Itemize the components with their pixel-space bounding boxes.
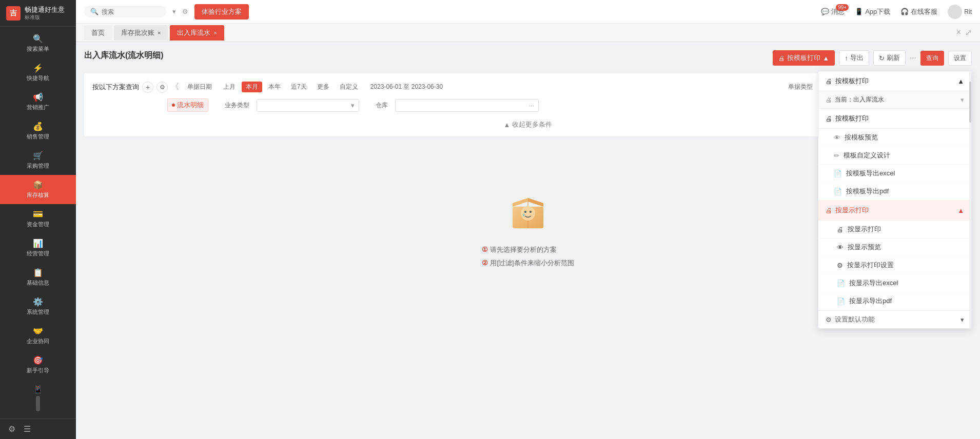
header-settings-icon[interactable]: ⚙ xyxy=(182,8,188,15)
date-tab-last7days[interactable]: 近7天 xyxy=(287,82,311,92)
dropdown-display-settings[interactable]: ⚙ 按显示打印设置 xyxy=(818,256,971,274)
sidebar-nav: 🔍 搜索菜单 ⚡ 快捷导航 📢 营销推广 💰 销售管理 🛒 采购管理 📦 库存核… xyxy=(0,27,76,396)
warehouse-select[interactable]: ··· xyxy=(395,99,539,112)
date-tab-more[interactable]: 更多 xyxy=(313,82,334,92)
tab-batch-close[interactable]: × xyxy=(158,30,161,36)
operation-icon: 📊 xyxy=(33,238,43,248)
settings-btn[interactable]: 设置 xyxy=(948,51,972,66)
business-type-select[interactable]: ▾ xyxy=(257,99,359,112)
date-filter: 单据日期 上月 本月 本年 近7天 更多 自定义 2023-06-01 至 20… xyxy=(187,82,780,92)
tab-flow-close[interactable]: × xyxy=(213,30,217,36)
dropdown-template-excel[interactable]: 📄 按模板导出excel xyxy=(818,165,971,183)
dropdown-display-preview[interactable]: 👁 按显示预览 xyxy=(818,238,971,256)
display-print-section-chevron-up: ▲ xyxy=(957,207,964,214)
dropdown-template-pdf[interactable]: 📄 按模板导出pdf xyxy=(818,183,971,201)
sidebar-item-sales[interactable]: 💰 销售管理 xyxy=(0,116,76,146)
sidebar-item-marketing[interactable]: 📢 营销推广 xyxy=(0,87,76,116)
refresh-icon: ↻ xyxy=(879,54,885,62)
sidebar-settings-icon[interactable]: ⚙ xyxy=(8,424,15,434)
online-service-btn[interactable]: 🎧 在线客服 xyxy=(900,7,937,16)
app-download-btn[interactable]: 📱 App下载 xyxy=(855,7,890,16)
main-area: 🔍 ▾ ⚙ 体验行业方案 💬 消息 99+ 📱 App下载 🎧 在线客服 Rit xyxy=(76,0,980,439)
dropdown-panel-header[interactable]: 🖨 按模板打印 ▲ xyxy=(818,71,971,91)
warehouse-more-icon: ··· xyxy=(528,102,534,109)
trial-btn[interactable]: 体验行业方案 xyxy=(194,4,249,19)
dropdown-display-print-header[interactable]: 🖨 按显示打印 ▲ xyxy=(818,201,971,221)
dropdown-template-preview[interactable]: 👁 按模板预览 xyxy=(818,129,971,147)
sidebar-item-search[interactable]: 🔍 搜索菜单 xyxy=(0,29,76,58)
print-template-btn[interactable]: 🖨 按模板打印 ▲ xyxy=(773,50,835,66)
display-print-icon: 🖨 xyxy=(837,226,844,233)
dropdown-display-pdf[interactable]: 📄 按显示导出pdf xyxy=(818,292,971,310)
refresh-btn[interactable]: ↻ 刷新 xyxy=(873,50,906,66)
dropdown-chevron-up-icon: ▲ xyxy=(957,77,964,85)
dropdown-template-custom[interactable]: ✏ 模板自定义设计 xyxy=(818,147,971,165)
dropdown-scroll-thumb xyxy=(969,82,971,123)
sidebar-item-purchase[interactable]: 🛒 采购管理 xyxy=(0,146,76,175)
sidebar-logo: 吉 畅捷通好生意 标准版 xyxy=(0,0,76,27)
date-tab-custom[interactable]: 自定义 xyxy=(336,82,362,92)
date-tabs: 上月 本月 本年 近7天 更多 自定义 xyxy=(219,82,362,92)
filter-add-btn[interactable]: + xyxy=(142,82,153,93)
logo-icon: 吉 xyxy=(6,6,21,21)
export-btn[interactable]: ↑ 导出 xyxy=(839,50,869,66)
chevron-up-icon: ▲ xyxy=(822,54,829,62)
header-search-box[interactable]: 🔍 xyxy=(84,6,166,17)
top-header: 🔍 ▾ ⚙ 体验行业方案 💬 消息 99+ 📱 App下载 🎧 在线客服 Rit xyxy=(76,0,980,24)
sidebar-item-guide[interactable]: 🎯 新手引导 xyxy=(0,350,76,380)
filter-title-label: 按以下方案查询 xyxy=(92,83,139,92)
sidebar-item-operation[interactable]: 📊 经营管理 xyxy=(0,233,76,263)
tab-bar-close-all[interactable]: × xyxy=(956,28,961,37)
date-tab-current-month[interactable]: 本月 xyxy=(242,82,262,92)
template-pdf-icon: 📄 xyxy=(834,188,842,195)
filter-collapse-btn[interactable]: 《 xyxy=(171,82,179,92)
headphone-icon: 🎧 xyxy=(900,8,909,15)
chevron-up-filter-icon: ▲ xyxy=(504,121,511,129)
sidebar-item-finance[interactable]: 💳 资金管理 xyxy=(0,204,76,233)
search-nav-icon: 🔍 xyxy=(33,34,43,44)
sidebar-menu-icon[interactable]: ☰ xyxy=(24,424,31,434)
guide-icon: 🎯 xyxy=(33,355,43,365)
dropdown-display-excel[interactable]: 📄 按显示导出excel xyxy=(818,274,971,292)
sidebar-item-shortcut[interactable]: ⚡ 快捷导航 xyxy=(0,58,76,87)
app-download-icon: 📱 xyxy=(855,8,863,15)
user-avatar-area[interactable]: Rit xyxy=(948,5,972,19)
search-input[interactable] xyxy=(102,8,153,15)
svg-point-5 xyxy=(524,211,526,213)
date-tab-current-year[interactable]: 本年 xyxy=(264,82,285,92)
messages-icon: 💬 xyxy=(821,8,829,15)
finance-icon: 💳 xyxy=(33,209,43,219)
dropdown-footer-chevron: ▾ xyxy=(961,316,964,324)
tab-home[interactable]: 首页 xyxy=(84,25,112,41)
empty-tips: ①请先选择要分析的方案 ②用[过滤]条件来缩小分析范围 xyxy=(482,243,574,270)
sidebar-bottom: ⚙ ☰ xyxy=(0,418,76,439)
dropdown-current-chevron: ▾ xyxy=(961,96,964,104)
sidebar: 吉 畅捷通好生意 标准版 🔍 搜索菜单 ⚡ 快捷导航 📢 营销推广 💰 销售管理… xyxy=(0,0,76,439)
tab-bar-expand[interactable]: ⤢ xyxy=(965,28,972,37)
more-toolbar-icon[interactable]: ··· xyxy=(910,53,916,63)
sales-icon: 💰 xyxy=(33,122,43,131)
template-print-section-icon: 🖨 xyxy=(826,115,832,123)
sidebar-item-appstore[interactable]: 📱 应用中心 xyxy=(0,380,76,396)
dropdown-scrollbar[interactable] xyxy=(969,71,971,328)
display-excel-icon: 📄 xyxy=(837,280,845,287)
marketing-icon: 📢 xyxy=(33,92,43,102)
tab-flow[interactable]: 出入库流水 × xyxy=(170,25,224,41)
empty-illustration xyxy=(502,184,554,235)
query-btn[interactable]: 查询 xyxy=(920,51,944,66)
sidebar-item-collab[interactable]: 🤝 企业协同 xyxy=(0,321,76,350)
sidebar-item-system[interactable]: ⚙️ 系统管理 xyxy=(0,292,76,321)
sidebar-item-base[interactable]: 📋 基础信息 xyxy=(0,263,76,292)
flow-detail-tag: 流水明细 xyxy=(167,98,208,112)
sidebar-item-inventory[interactable]: 📦 库存核算 xyxy=(0,175,76,204)
dropdown-template-print-header[interactable]: 🖨 按模板打印 xyxy=(818,109,971,129)
messages-btn[interactable]: 💬 消息 99+ xyxy=(821,7,845,16)
tab-batch[interactable]: 库存批次账 × xyxy=(114,25,168,41)
date-tab-prev-month[interactable]: 上月 xyxy=(219,82,240,92)
dropdown-display-print[interactable]: 🖨 按显示打印 xyxy=(818,221,971,238)
search-icon: 🔍 xyxy=(90,8,99,15)
dropdown-footer[interactable]: ⚙ 设置默认功能 ▾ xyxy=(818,310,971,328)
filter-settings-btn[interactable]: ⚙ xyxy=(156,82,168,93)
svg-point-7 xyxy=(523,214,525,216)
header-dropdown-icon[interactable]: ▾ xyxy=(172,8,176,15)
